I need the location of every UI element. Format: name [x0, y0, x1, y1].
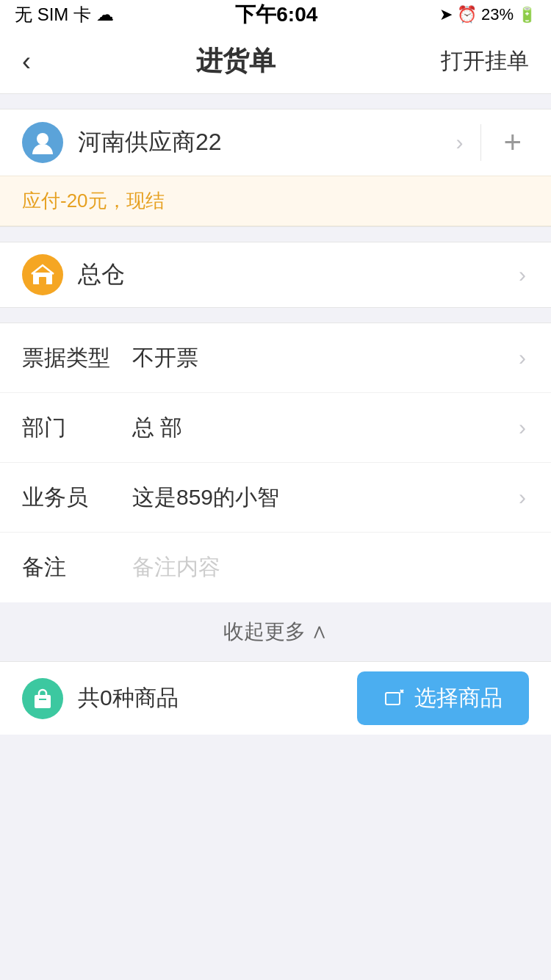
supplier-row[interactable]: 河南供应商22 › + — [0, 109, 551, 176]
collapse-bar[interactable]: 收起更多 ∧ — [0, 602, 551, 661]
open-pending-button[interactable]: 打开挂单 — [441, 46, 529, 76]
goods-count-label: 共0种商品 — [78, 683, 179, 713]
gap-1 — [0, 94, 551, 109]
select-goods-icon — [383, 688, 406, 710]
battery-label: 23% — [481, 5, 514, 24]
department-label: 部门 — [22, 413, 118, 443]
salesperson-value: 这是859的小智 — [118, 483, 519, 513]
nav-bar: ‹ 进货单 打开挂单 — [0, 29, 551, 94]
svg-rect-5 — [386, 693, 400, 705]
department-chevron-icon: › — [519, 415, 526, 440]
content-below — [0, 735, 551, 955]
battery-icon: 🔋 — [518, 6, 536, 24]
person-icon — [29, 129, 56, 156]
invoice-label: 票据类型 — [22, 343, 118, 373]
alarm-icon: ⏰ — [457, 5, 477, 24]
warehouse-icon — [30, 262, 55, 287]
supplier-chevron-icon: › — [455, 130, 463, 155]
status-time: 下午6:04 — [235, 1, 317, 29]
form-row-remark[interactable]: 备注 备注内容 — [0, 533, 551, 602]
status-right: ➤ ⏰ 23% 🔋 — [439, 5, 536, 24]
status-bar: 无 SIM 卡 ☁ 下午6:04 ➤ ⏰ 23% 🔋 — [0, 0, 551, 29]
select-goods-label: 选择商品 — [414, 683, 503, 713]
supplier-divider — [480, 124, 481, 161]
supplier-section: 河南供应商22 › + 应付-20元，现结 — [0, 109, 551, 227]
goods-icon-wrap — [22, 678, 63, 719]
remark-label: 备注 — [22, 552, 118, 583]
bottom-bar: 共0种商品 选择商品 — [0, 661, 551, 735]
back-button[interactable]: ‹ — [22, 46, 31, 77]
warehouse-chevron-icon: › — [519, 262, 526, 287]
goods-info: 共0种商品 — [22, 678, 179, 719]
invoice-chevron-icon: › — [519, 345, 526, 370]
form-section: 票据类型 不开票 › 部门 总 部 › 业务员 这是859的小智 › 备注 备注… — [0, 323, 551, 602]
location-icon: ➤ — [439, 5, 453, 24]
salesperson-chevron-icon: › — [519, 485, 526, 510]
status-left: 无 SIM 卡 ☁ — [15, 3, 114, 26]
shopping-bag-icon — [30, 686, 55, 711]
form-row-salesperson[interactable]: 业务员 这是859的小智 › — [0, 463, 551, 533]
notice-bar: 应付-20元，现结 — [0, 176, 551, 226]
svg-point-0 — [37, 133, 48, 145]
salesperson-label: 业务员 — [22, 483, 118, 513]
warehouse-row[interactable]: 总仓 › — [0, 242, 551, 308]
warehouse-name: 总仓 — [78, 259, 519, 291]
invoice-value: 不开票 — [118, 343, 519, 373]
svg-rect-3 — [35, 695, 51, 708]
add-supplier-button[interactable]: + — [496, 125, 529, 160]
supplier-name: 河南供应商22 — [78, 126, 455, 159]
department-value: 总 部 — [118, 413, 519, 443]
warehouse-avatar — [22, 254, 63, 295]
svg-rect-2 — [39, 277, 46, 284]
form-row-department[interactable]: 部门 总 部 › — [0, 393, 551, 463]
supplier-avatar — [22, 122, 63, 163]
form-row-invoice[interactable]: 票据类型 不开票 › — [0, 323, 551, 393]
page-title: 进货单 — [196, 43, 276, 79]
sim-label: 无 SIM 卡 ☁ — [15, 3, 114, 26]
remark-input[interactable]: 备注内容 — [118, 552, 529, 583]
select-goods-button[interactable]: 选择商品 — [357, 671, 529, 725]
